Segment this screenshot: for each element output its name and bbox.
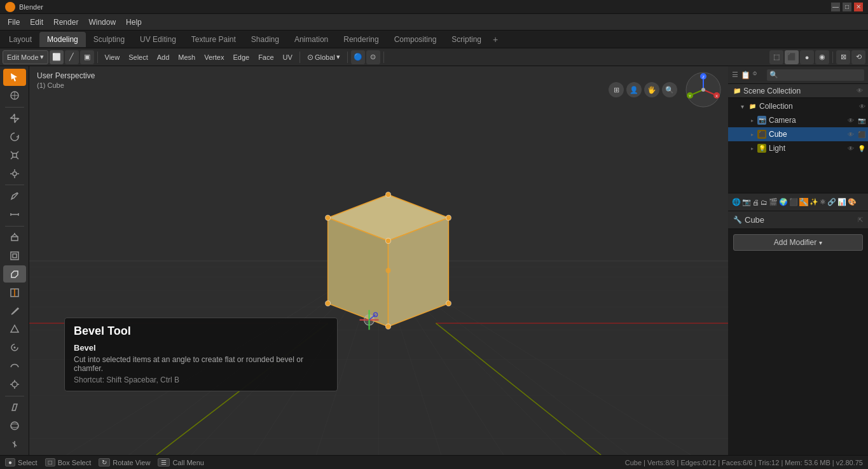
close-button[interactable]: ✕ [854,3,863,11]
props-render-icon[interactable]: 📷 [742,198,751,206]
tool-rotate[interactable] [3,128,26,145]
props-expand-icon[interactable]: ⇱ [858,216,863,223]
grid-view-btn[interactable]: ⊞ [609,82,624,97]
viewport-shading-render[interactable]: ◉ [815,50,829,64]
props-world-icon[interactable]: 🌍 [779,198,788,206]
outliner-camera[interactable]: ▸ 📷 Camera 👁 📷 [728,113,868,127]
gizmo-btn[interactable]: ⟲ [851,50,865,64]
orientation-gizmo[interactable]: Z X Y [685,71,722,108]
tool-knife[interactable] [3,302,26,319]
camera-icon: 📷 [757,116,766,125]
select-menu[interactable]: Select [125,50,152,64]
proportional-edit-btn[interactable]: ⊙ [366,50,380,64]
tool-spin[interactable] [3,339,26,356]
tool-scale[interactable] [3,146,26,164]
viewport-shading-solid[interactable]: ⬛ [785,50,799,64]
collection-vis[interactable]: 👁 [859,103,865,110]
tool-extrude[interactable] [3,229,26,246]
tab-layout[interactable]: Layout [1,32,39,47]
zoom-btn[interactable]: 🔍 [662,82,677,97]
mode-selector[interactable]: Edit Mode ▾ [3,50,48,64]
viewport-shading-material[interactable]: ● [800,50,814,64]
props-material-icon[interactable]: 🎨 [848,198,857,206]
props-view-layer-icon[interactable]: 🗂 [761,199,768,206]
menu-window[interactable]: Window [83,16,121,29]
view-menu[interactable]: View [101,50,124,64]
mesh-menu[interactable]: Mesh [174,50,199,64]
face-menu[interactable]: Face [254,50,277,64]
tool-shear[interactable] [3,398,26,416]
tool-loop-cut[interactable] [3,284,26,301]
tool-rip[interactable] [3,435,26,452]
menu-render[interactable]: Render [48,16,83,29]
add-workspace-button[interactable]: + [489,33,502,46]
props-scene-icon[interactable]: 🌐 [732,198,741,206]
bevel-description: Cut into selected items at an angle to c… [74,355,328,373]
tab-compositing[interactable]: Compositing [387,32,444,47]
edge-mode-btn[interactable]: ╱ [65,50,79,64]
tab-animation[interactable]: Animation [287,32,336,47]
props-data-icon[interactable]: 📊 [837,198,846,206]
menu-help[interactable]: Help [121,16,147,29]
vertex-mode-btn[interactable]: ⬜ [50,50,64,64]
menu-file[interactable]: File [3,16,25,29]
tab-uv-editing[interactable]: UV Editing [132,32,184,47]
status-bar: ● Select □ Box Select ↻ Rotate View ☰ Ca… [0,455,868,469]
scene-collection-icon: 📁 [733,87,741,94]
light-vis[interactable]: 👁 [848,145,854,152]
tool-shrink-fatten[interactable] [3,376,26,393]
edge-menu[interactable]: Edge [229,50,253,64]
props-object-icon[interactable]: ⬛ [789,198,798,206]
add-menu[interactable]: Add [153,50,174,64]
props-particles-icon[interactable]: ✨ [809,198,818,206]
tab-sculpting[interactable]: Sculpting [86,32,132,47]
camera-vis[interactable]: 👁 [848,117,854,124]
outliner-search[interactable]: 🔍 [767,69,864,81]
face-mode-btn[interactable]: ▣ [80,50,94,64]
outliner-cube[interactable]: ▸ ⬛ Cube 👁 ⬛ [728,127,868,141]
props-output-icon[interactable]: 🖨 [752,199,759,206]
vertex-menu[interactable]: Vertex [200,50,228,64]
minimize-button[interactable]: — [831,3,840,11]
viewport-overlays-btn[interactable]: ⊠ [836,50,850,64]
outliner-filter-btn[interactable]: ⌽ [753,69,764,81]
tool-to-sphere[interactable] [3,417,26,434]
tool-bevel[interactable] [3,265,26,283]
tab-modeling[interactable]: Modeling [39,32,86,47]
tab-scripting[interactable]: Scripting [444,32,489,47]
tab-shading[interactable]: Shading [244,32,287,47]
svg-point-12 [12,382,17,387]
camera-view-btn[interactable]: 👤 [626,82,642,97]
svg-text:Y: Y [689,94,691,98]
hand-btn[interactable]: 🖐 [644,82,659,97]
add-modifier-button[interactable]: Add Modifier ▾ [733,234,863,251]
tool-poly-build[interactable] [3,321,26,338]
uv-menu[interactable]: UV [279,50,296,64]
props-constraints-icon[interactable]: 🔗 [827,198,836,206]
cube-vis[interactable]: 👁 [848,131,854,138]
viewport-shading-wire[interactable]: ⬚ [769,50,783,64]
props-scene-props-icon[interactable]: 🎬 [769,198,778,206]
tool-annotate[interactable] [3,188,26,205]
scene-vis-icon[interactable]: 👁 [857,87,863,94]
tool-cursor[interactable] [3,87,26,104]
outliner-light[interactable]: ▸ 💡 Light 👁 💡 [728,141,868,155]
snap-button[interactable]: 🔵 [351,50,365,64]
tool-select[interactable] [3,69,26,86]
tab-rendering[interactable]: Rendering [336,32,386,47]
tool-inset[interactable] [3,247,26,264]
tab-texture-paint[interactable]: Texture Paint [184,32,244,47]
outliner-header: ☰ 📋 ⌽ 🔍 [728,66,868,84]
props-object-title: Cube [745,215,764,225]
tool-measure[interactable] [3,206,26,223]
menu-edit[interactable]: Edit [25,16,48,29]
tool-transform[interactable] [3,165,26,182]
maximize-button[interactable]: □ [843,3,851,11]
tool-move[interactable] [3,110,26,127]
props-modifier-icon[interactable]: 🔧 [799,198,808,206]
props-physics-icon[interactable]: ⚛ [820,198,826,206]
outliner-collection[interactable]: ▾ 📁 Collection 👁 [728,99,868,113]
proportional-toggle[interactable]: ⊙ Global ▾ [303,50,344,64]
viewport[interactable]: User Perspective (1) Cube ⊞ 👤 🖐 🔍 Z [29,66,728,455]
tool-smooth[interactable] [3,358,26,375]
